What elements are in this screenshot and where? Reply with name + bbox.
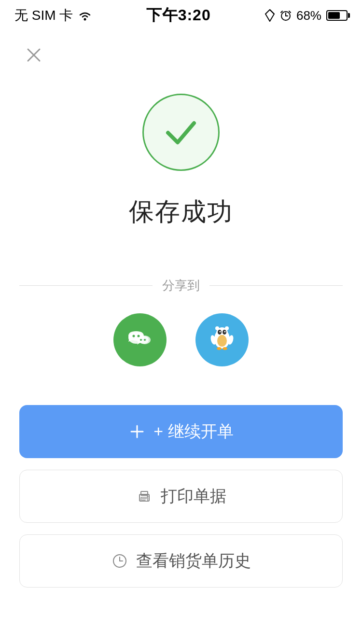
status-right: 68% <box>265 8 348 23</box>
svg-point-30 <box>215 326 219 330</box>
wifi-icon <box>78 10 92 21</box>
divider-line-right <box>209 285 343 286</box>
history-button[interactable]: 查看销货单历史 <box>19 534 343 588</box>
print-button[interactable]: 打印单据 <box>19 470 343 523</box>
status-left: 无 SIM 卡 <box>14 6 92 25</box>
svg-point-16 <box>138 335 140 337</box>
battery-fill <box>328 12 340 19</box>
svg-point-25 <box>217 335 227 347</box>
continue-button[interactable]: + 继续开单 <box>19 405 343 458</box>
wechat-share-button[interactable] <box>113 313 167 366</box>
svg-point-39 <box>147 496 149 497</box>
qq-share-button[interactable] <box>195 313 249 366</box>
history-label: 查看销货单历史 <box>136 550 251 572</box>
svg-line-5 <box>281 11 282 13</box>
svg-point-31 <box>225 326 229 330</box>
continue-label: + 继续开单 <box>153 420 233 443</box>
svg-point-15 <box>133 335 135 337</box>
main-content: 保存成功 分享到 <box>0 31 362 588</box>
status-time: 下午3:20 <box>146 5 211 26</box>
svg-point-17 <box>140 339 142 341</box>
share-divider: 分享到 <box>19 277 343 294</box>
svg-point-26 <box>217 347 222 350</box>
plus-icon <box>128 423 146 440</box>
svg-point-18 <box>144 339 146 341</box>
success-circle <box>142 94 220 171</box>
battery-icon <box>326 10 348 21</box>
success-area: 保存成功 <box>19 84 343 253</box>
svg-point-0 <box>84 18 86 21</box>
status-bar: 无 SIM 卡 下午3:20 68% <box>0 0 362 31</box>
svg-point-24 <box>224 331 226 333</box>
share-icons <box>19 313 343 366</box>
svg-line-6 <box>289 11 291 13</box>
svg-line-1 <box>270 10 274 14</box>
success-title: 保存成功 <box>129 195 233 229</box>
divider-line-left <box>19 285 153 286</box>
svg-point-27 <box>223 347 227 350</box>
print-label: 打印单据 <box>161 485 226 507</box>
action-buttons: + 继续开单 打印单据 查看销货单历史 <box>19 405 343 588</box>
sim-label: 无 SIM 卡 <box>14 6 73 25</box>
print-icon <box>136 488 153 505</box>
share-label: 分享到 <box>162 277 200 294</box>
battery-percent: 68% <box>296 8 321 23</box>
svg-rect-36 <box>141 497 148 501</box>
history-icon <box>111 552 128 570</box>
alarm-icon <box>280 9 292 22</box>
location-icon <box>265 9 275 22</box>
close-button[interactable] <box>19 41 48 70</box>
svg-point-23 <box>220 331 221 333</box>
